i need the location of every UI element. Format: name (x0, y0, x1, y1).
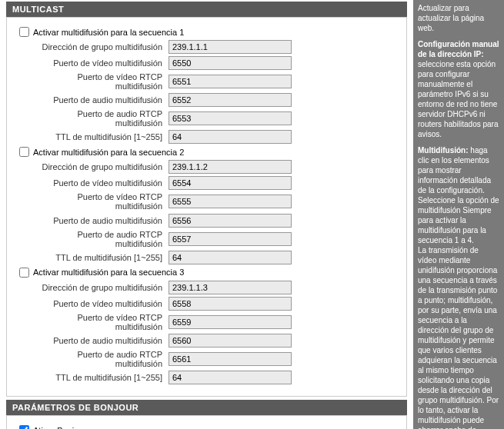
multicast-enable-checkbox-1[interactable] (19, 27, 29, 37)
multicast-audio-rtcp-port-input[interactable] (169, 232, 292, 246)
multicast-group-address-label: Dirección de grupo multidifusión (30, 162, 169, 171)
bonjour-enable-checkbox[interactable] (19, 425, 29, 429)
multicast-video-rtcp-port-label: Puerto de vídeo RTCP multidifusión (30, 313, 169, 331)
multicast-audio-port-label: Puerto de audio multidifusión (30, 216, 169, 225)
multicast-group-address-input[interactable] (169, 281, 292, 294)
multicast-group-address-label: Dirección de grupo multidifusión (30, 42, 169, 52)
multicast-video-port-input[interactable] (169, 297, 292, 311)
multicast-ttl-label: TTL de multidifusión [1~255] (30, 373, 169, 382)
bonjour-body: Ativar Bonjour Nombre de Bonjour 32 cara… (6, 415, 407, 429)
multicast-audio-rtcp-port-label: Puerto de audio RTCP multidifusión (30, 230, 169, 248)
multicast-audio-port-input[interactable] (169, 214, 292, 228)
multicast-video-port-label: Puerto de vídeo multidifusión (30, 299, 169, 308)
multicast-group-address-input[interactable] (169, 160, 292, 174)
multicast-group-address-input[interactable] (169, 40, 292, 54)
multicast-video-rtcp-port-input[interactable] (169, 75, 292, 88)
multicast-audio-port-label: Puerto de audio multidifusión (30, 336, 169, 345)
multicast-enable-checkbox-3[interactable] (19, 268, 29, 278)
multicast-ttl-label: TTL de multidifusión [1~255] (30, 253, 169, 262)
help-sidebar: Actualizar para actualizar la página web… (413, 0, 504, 429)
multicast-enable-checkbox-2[interactable] (19, 147, 29, 157)
multicast-ttl-input[interactable] (169, 371, 292, 384)
multicast-enable-label: Activar multidifusión para la secuencia … (33, 28, 184, 37)
multicast-group-address-label: Dirección de grupo multidifusión (30, 283, 169, 292)
bonjour-header: PARÁMETROS DE BONJOUR (6, 400, 407, 415)
multicast-audio-rtcp-port-input[interactable] (169, 352, 292, 366)
multicast-audio-port-input[interactable] (169, 334, 292, 348)
multicast-body: Activar multidifusión para la secuencia … (6, 17, 407, 397)
multicast-enable-label: Activar multidifusión para la secuencia … (33, 268, 184, 277)
help-text: Multidifusión: haga clic en los elemento… (418, 145, 499, 429)
multicast-video-rtcp-port-label: Puerto de vídeo RTCP multidifusión (30, 72, 169, 91)
multicast-ttl-input[interactable] (169, 130, 292, 144)
multicast-video-port-label: Puerto de vídeo multidifusión (30, 178, 169, 188)
multicast-ttl-input[interactable] (169, 251, 292, 264)
multicast-audio-rtcp-port-label: Puerto de audio RTCP multidifusión (30, 350, 169, 368)
multicast-audio-rtcp-port-input[interactable] (169, 111, 292, 125)
multicast-enable-label: Activar multidifusión para la secuencia … (33, 148, 184, 157)
multicast-video-port-input[interactable] (169, 176, 292, 190)
multicast-ttl-label: TTL de multidifusión [1~255] (30, 132, 169, 141)
multicast-video-rtcp-port-input[interactable] (169, 315, 292, 329)
multicast-audio-port-input[interactable] (169, 93, 292, 107)
multicast-video-port-label: Puerto de vídeo multidifusión (30, 58, 169, 68)
bonjour-enable-label: Ativar Bonjour (33, 426, 86, 429)
multicast-audio-port-label: Puerto de audio multidifusión (30, 95, 169, 105)
multicast-audio-rtcp-port-label: Puerto de audio RTCP multidifusión (30, 109, 169, 128)
multicast-video-rtcp-port-input[interactable] (169, 195, 292, 208)
help-text: Configuración manual de la dirección IP:… (418, 39, 499, 139)
multicast-video-rtcp-port-label: Puerto de vídeo RTCP multidifusión (30, 192, 169, 211)
multicast-video-port-input[interactable] (169, 56, 292, 70)
multicast-header: MULTICAST (6, 2, 407, 17)
help-text: Actualizar para actualizar la página web… (418, 3, 499, 33)
